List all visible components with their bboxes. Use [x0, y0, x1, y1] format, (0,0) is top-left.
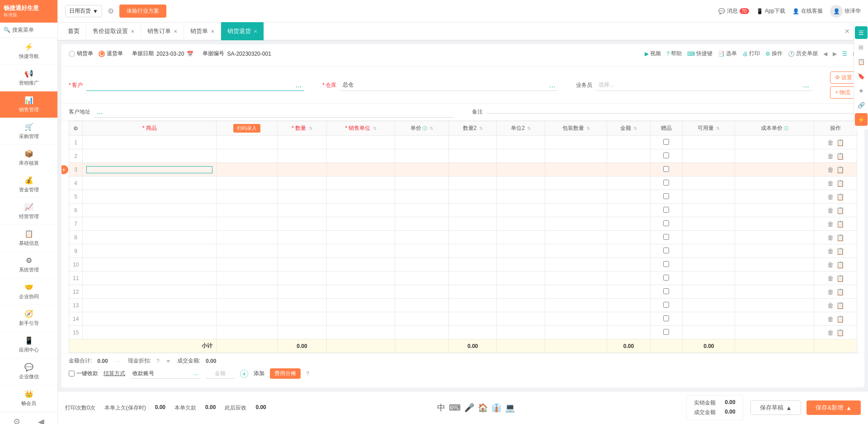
user-profile[interactable]: 👤 徐泽华: [830, 5, 861, 18]
salesperson-input[interactable]: 选择... ...: [596, 80, 811, 91]
toolbar-icon-2[interactable]: ⌨: [449, 403, 461, 413]
discount-help-icon[interactable]: ?: [156, 358, 160, 364]
gift-cell[interactable]: [650, 204, 683, 217]
gift-checkbox[interactable]: [663, 329, 669, 335]
gift-cell[interactable]: [650, 231, 683, 244]
settlement-method[interactable]: 结算方式: [104, 370, 125, 377]
account-dots[interactable]: ...: [194, 370, 198, 376]
unit2-cell[interactable]: [497, 244, 545, 258]
gift-checkbox[interactable]: [663, 193, 669, 199]
toolbar-icon-6[interactable]: 💻: [505, 403, 515, 413]
qty2-cell[interactable]: [448, 326, 497, 339]
unit-price-cell[interactable]: [395, 176, 448, 190]
qty2-cell[interactable]: [448, 299, 497, 312]
amount-cell[interactable]: [607, 136, 650, 149]
fee-help-icon[interactable]: ?: [306, 371, 309, 377]
unit2-cell[interactable]: [497, 163, 545, 176]
sidebar-item-basic[interactable]: 📋 基础信息: [0, 225, 57, 252]
delete-row-btn[interactable]: 🗑: [827, 315, 834, 323]
qty2-cell[interactable]: [448, 176, 497, 190]
warehouse-dots[interactable]: ...: [549, 81, 555, 89]
amount-cell[interactable]: [607, 217, 650, 231]
delete-row-btn[interactable]: 🗑: [827, 220, 834, 228]
sales-unit-cell[interactable]: [327, 312, 395, 326]
gift-checkbox[interactable]: [663, 152, 669, 158]
delete-row-btn[interactable]: 🗑: [827, 152, 834, 160]
unit2-cell[interactable]: [497, 312, 545, 326]
qty2-cell[interactable]: [448, 258, 497, 272]
gift-checkbox[interactable]: [663, 166, 669, 172]
tab-sales-delivery-close[interactable]: ✕: [211, 29, 214, 34]
unit2-cell[interactable]: [497, 176, 545, 190]
fee-split-btn[interactable]: 费用分摊: [270, 368, 301, 379]
unit2-cell[interactable]: [497, 136, 545, 149]
right-panel-table-view[interactable]: ☰: [855, 26, 868, 39]
topbar-settings-icon[interactable]: ⚙: [108, 7, 114, 15]
pack-qty-cell[interactable]: [545, 326, 607, 339]
product-cell[interactable]: [83, 326, 217, 339]
table-settings-icon[interactable]: ⚙: [73, 125, 78, 132]
gift-checkbox[interactable]: [663, 288, 669, 294]
gift-cell[interactable]: [650, 312, 683, 326]
unit-price-cell[interactable]: [395, 190, 448, 204]
unit-price-cell[interactable]: [395, 258, 448, 272]
qty-cell[interactable]: [277, 326, 326, 339]
qty-cell[interactable]: [277, 217, 326, 231]
pack-qty-cell[interactable]: [545, 204, 607, 217]
qty-cell[interactable]: [277, 204, 326, 217]
unit-price-cell[interactable]: [395, 285, 448, 299]
gift-checkbox[interactable]: [663, 302, 669, 308]
amount-cell[interactable]: [607, 299, 650, 312]
radio-sale[interactable]: 销货单: [69, 50, 93, 57]
delete-row-btn[interactable]: 🗑: [827, 234, 834, 241]
customer-dots[interactable]: ...: [296, 81, 302, 89]
gift-checkbox[interactable]: [663, 275, 669, 281]
price-sort[interactable]: ⇅: [429, 126, 433, 131]
toolbar-icon-4[interactable]: 🏠: [478, 403, 488, 413]
sidebar-item-finance[interactable]: 💰 资金管理: [0, 172, 57, 198]
qty-cell[interactable]: [277, 258, 326, 272]
sidebar-item-system[interactable]: ⚙ 系统管理: [0, 252, 57, 278]
delete-row-btn[interactable]: 🗑: [827, 180, 834, 187]
sidebar-item-apps[interactable]: 📱 应用中心: [0, 332, 57, 358]
delete-row-btn[interactable]: 🗑: [827, 275, 834, 282]
unit2-cell[interactable]: [497, 231, 545, 244]
gift-checkbox[interactable]: [663, 261, 669, 267]
sidebar-settings-btn[interactable]: ⚙: [13, 417, 20, 424]
copy-row-btn[interactable]: 📋: [836, 288, 844, 295]
gift-cell[interactable]: [650, 326, 683, 339]
gift-checkbox[interactable]: [663, 220, 669, 226]
sales-unit-cell[interactable]: [327, 176, 395, 190]
amount-cell[interactable]: [607, 285, 650, 299]
pack-qty-cell[interactable]: [545, 163, 607, 176]
copy-row-btn[interactable]: 📋: [836, 220, 844, 228]
sales-unit-cell[interactable]: [327, 204, 395, 217]
delete-row-btn[interactable]: 🗑: [827, 193, 834, 200]
qty-cell[interactable]: [277, 312, 326, 326]
sidebar-collapse-btn[interactable]: ◀: [38, 417, 44, 424]
sales-unit-cell[interactable]: [327, 163, 395, 176]
sidebar-item-purchase[interactable]: 🛒 采购管理: [0, 118, 57, 145]
copy-row-btn[interactable]: 📋: [836, 302, 844, 309]
scan-btn[interactable]: 扫码录入: [233, 124, 260, 133]
table-layout-btn[interactable]: ☰: [842, 51, 847, 57]
product-input[interactable]: [86, 166, 212, 173]
unit2-cell[interactable]: [497, 204, 545, 217]
amount-cell[interactable]: [607, 258, 650, 272]
experience-btn[interactable]: 体验行业方案: [119, 5, 166, 18]
customer-input[interactable]: ...: [86, 80, 305, 91]
copy-row-btn[interactable]: 📋: [836, 139, 844, 146]
copy-row-btn[interactable]: 📋: [836, 207, 844, 214]
amount-cell[interactable]: [607, 312, 650, 326]
amount-cell[interactable]: [607, 190, 650, 204]
amount-cell[interactable]: [607, 204, 650, 217]
qty2-cell[interactable]: [448, 190, 497, 204]
product-cell[interactable]: [83, 312, 217, 326]
pack-qty-cell[interactable]: [545, 190, 607, 204]
tab-sales-order[interactable]: 销售订单 ✕: [141, 22, 184, 40]
one-click-pay-check[interactable]: 一键收款: [69, 370, 98, 377]
qty2-cell[interactable]: [448, 312, 497, 326]
amount-cell[interactable]: [607, 163, 650, 176]
copy-row-btn[interactable]: 📋: [836, 315, 844, 323]
qty-cell[interactable]: [277, 244, 326, 258]
